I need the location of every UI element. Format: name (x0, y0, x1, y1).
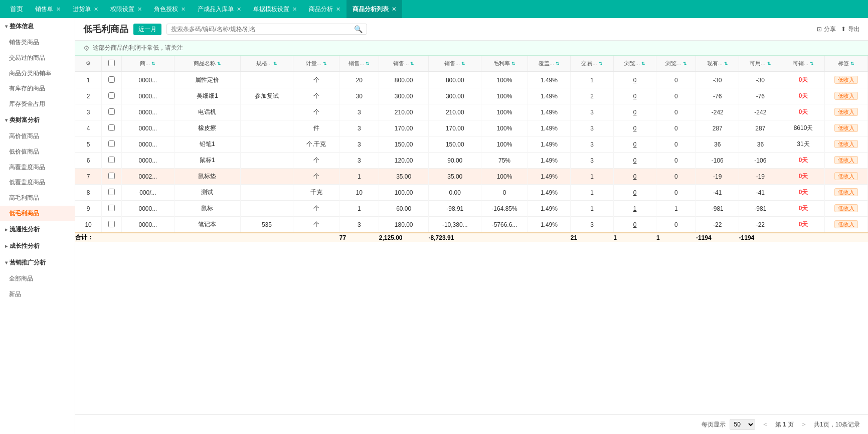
nav-home[interactable]: 首页 (4, 0, 29, 18)
sidebar-item-in-stock[interactable]: 有库存的商品 (0, 81, 75, 96)
row-view1[interactable]: 0 (613, 72, 656, 88)
row-checkbox[interactable] (102, 88, 122, 104)
sidebar-item-stock-capital[interactable]: 库存资金占用 (0, 96, 75, 112)
row-checkbox[interactable] (102, 136, 122, 153)
col-view1-header[interactable]: 浏览... ⇅ (613, 56, 656, 72)
row-view1[interactable]: 0 (613, 104, 656, 120)
close-icon[interactable]: ✕ (292, 6, 297, 13)
col-trade-header[interactable]: 交易... ⇅ (571, 56, 614, 72)
row-name[interactable]: 鼠标1 (175, 153, 241, 169)
row-view1[interactable]: 0 (613, 153, 656, 169)
col-margin-header[interactable]: 毛利率 ⇅ (481, 56, 528, 72)
row-name[interactable]: 铅笔1 (175, 136, 241, 153)
sidebar-item-high-coverage[interactable]: 高覆盖度商品 (0, 160, 75, 175)
col-sales-qty-header[interactable]: 销售... ⇅ (339, 56, 379, 72)
sidebar-item-traded-goods[interactable]: 交易过的商品 (0, 50, 75, 66)
nav-purchase-order[interactable]: 进货单 ✕ (67, 0, 104, 18)
row-tag[interactable]: 低收入 (825, 217, 868, 233)
search-input[interactable] (171, 26, 354, 33)
search-icon[interactable]: 🔍 (354, 25, 363, 33)
date-filter-button[interactable]: 近一月 (133, 24, 161, 35)
page-size-select[interactable]: 50 100 200 (730, 419, 755, 430)
row-view1[interactable]: 0 (613, 185, 656, 201)
row-checkbox[interactable] (102, 185, 122, 201)
row-name[interactable]: 橡皮擦 (175, 120, 241, 136)
sidebar-item-high-value[interactable]: 高价值商品 (0, 128, 75, 144)
row-name[interactable]: 吴细细1 (175, 88, 241, 104)
row-view1[interactable]: 0 (613, 88, 656, 104)
prev-page-button[interactable]: ＜ (759, 419, 771, 430)
row-name[interactable]: 属性定价 (175, 72, 241, 88)
sidebar-item-new-goods[interactable]: 新品 (0, 286, 75, 302)
row-name[interactable]: 鼠标 (175, 201, 241, 217)
close-icon[interactable]: ✕ (137, 6, 142, 13)
col-cover-header[interactable]: 覆盖... ⇅ (528, 56, 571, 72)
data-table-wrapper[interactable]: ⚙ 商... ⇅ 商品名称 ⇅ 规格... ⇅ 计量... ⇅ 销售... ⇅ … (75, 56, 868, 414)
row-tag[interactable]: 低收入 (825, 185, 868, 201)
sidebar-item-all-goods[interactable]: 全部商品 (0, 271, 75, 286)
nav-permission-settings[interactable]: 权限设置 ✕ (104, 0, 148, 18)
col-checkbox[interactable] (102, 56, 122, 72)
sidebar-group-marketing[interactable]: ▾ 营销推广分析 (0, 254, 75, 271)
row-checkbox[interactable] (102, 169, 122, 185)
row-tag[interactable]: 低收入 (825, 88, 868, 104)
close-icon[interactable]: ✕ (392, 6, 396, 13)
row-tag[interactable]: 低收入 (825, 153, 868, 169)
col-view2-header[interactable]: 浏览... ⇅ (656, 56, 696, 72)
nav-sales-order[interactable]: 销售单 ✕ (29, 0, 67, 18)
col-tag-header[interactable]: 标签 ⇅ (825, 56, 868, 72)
row-view1[interactable]: 0 (613, 217, 656, 233)
row-checkbox[interactable] (102, 153, 122, 169)
nav-product-analysis-list[interactable]: 商品分析列表 ✕ (346, 0, 402, 18)
row-name[interactable]: 电话机 (175, 104, 241, 120)
row-checkbox[interactable] (102, 104, 122, 120)
share-button[interactable]: ⊡ 分享 (817, 25, 836, 34)
nav-template-settings[interactable]: 单据模板设置 ✕ (247, 0, 303, 18)
row-checkbox[interactable] (102, 72, 122, 88)
row-tag[interactable]: 低收入 (825, 169, 868, 185)
sidebar-item-low-margin[interactable]: 低毛利商品 (0, 206, 75, 221)
col-current-header[interactable]: 现有... ⇅ (696, 56, 739, 72)
row-name[interactable]: 鼠标垫 (175, 169, 241, 185)
close-icon[interactable]: ✕ (181, 6, 186, 13)
col-sales-price-header[interactable]: 销售... ⇅ (379, 56, 429, 72)
next-page-button[interactable]: ＞ (798, 419, 810, 430)
sidebar-group-overall[interactable]: ▾ 整体信息 (0, 18, 75, 35)
row-view1[interactable]: 0 (613, 169, 656, 185)
col-available-header[interactable]: 可用... ⇅ (739, 56, 782, 72)
row-checkbox[interactable] (102, 217, 122, 233)
sidebar-item-high-margin[interactable]: 高毛利商品 (0, 190, 75, 206)
col-spec-header[interactable]: 规格... ⇅ (240, 56, 293, 72)
row-view1[interactable]: 1 (613, 201, 656, 217)
close-icon[interactable]: ✕ (56, 6, 61, 13)
nav-finished-goods[interactable]: 产成品入库单 ✕ (192, 0, 247, 18)
select-all-checkbox[interactable] (108, 60, 115, 66)
sidebar-item-category-sales-rate[interactable]: 商品分类助销率 (0, 66, 75, 81)
row-name[interactable]: 笔记本 (175, 217, 241, 233)
sidebar-item-sales-goods[interactable]: 销售类商品 (0, 35, 75, 50)
row-tag[interactable]: 低收入 (825, 104, 868, 120)
close-icon[interactable]: ✕ (94, 6, 98, 13)
sidebar-group-growth[interactable]: ▸ 成长性分析 (0, 238, 75, 254)
row-tag[interactable]: 低收入 (825, 120, 868, 136)
row-checkbox[interactable] (102, 201, 122, 217)
col-name-header[interactable]: 商品名称 ⇅ (175, 56, 241, 72)
col-code-header[interactable]: 商... ⇅ (121, 56, 174, 72)
nav-product-analysis[interactable]: 商品分析 ✕ (303, 0, 346, 18)
row-tag[interactable]: 低收入 (825, 201, 868, 217)
col-unit-header[interactable]: 计量... ⇅ (293, 56, 339, 72)
col-sales-amount-header[interactable]: 销售... ⇅ (429, 56, 481, 72)
sidebar-group-wealth[interactable]: ▾ 类财富分析 (0, 112, 75, 128)
row-view1[interactable]: 0 (613, 136, 656, 153)
sidebar-group-liquidity[interactable]: ▸ 流通性分析 (0, 221, 75, 238)
export-button[interactable]: ⬆ 导出 (841, 25, 860, 34)
row-tag[interactable]: 低收入 (825, 72, 868, 88)
sidebar-item-low-coverage[interactable]: 低覆盖度商品 (0, 175, 75, 190)
sidebar-item-low-value[interactable]: 低价值商品 (0, 144, 75, 160)
row-view1[interactable]: 0 (613, 120, 656, 136)
row-checkbox[interactable] (102, 120, 122, 136)
col-saleable-header[interactable]: 可销... ⇅ (782, 56, 825, 72)
close-icon[interactable]: ✕ (336, 6, 340, 13)
row-name[interactable]: 测试 (175, 185, 241, 201)
close-icon[interactable]: ✕ (237, 6, 241, 13)
